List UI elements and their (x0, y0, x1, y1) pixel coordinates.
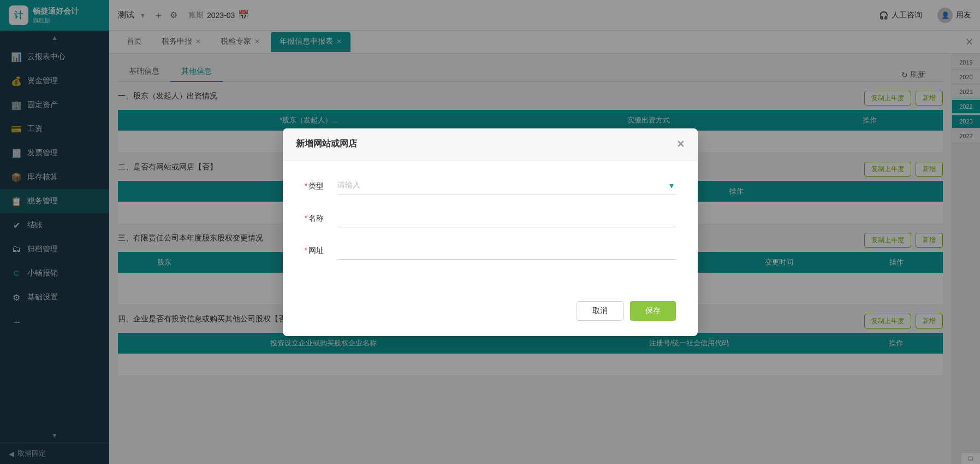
modal-footer: 取消 保存 (283, 292, 698, 336)
modal-add-website: 新增网站或网店 ✕ *类型 ▾ *名称 (283, 128, 698, 336)
dropdown-arrow-icon[interactable]: ▾ (669, 180, 674, 191)
modal-header: 新增网站或网店 ✕ (283, 128, 698, 161)
field-type-input[interactable] (337, 178, 676, 191)
field-type-label: *类型 (305, 181, 337, 191)
field-url-label: *网址 (305, 246, 337, 256)
form-row-url: *网址 (305, 243, 676, 260)
modal-title: 新增网站或网店 (296, 138, 357, 150)
field-name-input-wrap (337, 210, 676, 227)
cancel-button[interactable]: 取消 (577, 301, 623, 321)
modal-body: *类型 ▾ *名称 *网址 (283, 161, 698, 292)
required-mark3: * (305, 246, 307, 255)
field-name-input[interactable] (337, 210, 676, 224)
required-mark: * (305, 181, 307, 190)
field-type-input-wrap: ▾ (337, 178, 676, 195)
modal-close-button[interactable]: ✕ (676, 138, 685, 150)
field-url-input-wrap (337, 243, 676, 260)
form-row-type: *类型 ▾ (305, 178, 676, 195)
form-row-name: *名称 (305, 210, 676, 227)
required-mark2: * (305, 214, 307, 222)
save-button[interactable]: 保存 (630, 301, 676, 321)
field-name-label: *名称 (305, 214, 337, 224)
modal-overlay[interactable]: 新增网站或网店 ✕ *类型 ▾ *名称 (0, 0, 980, 464)
field-url-input[interactable] (337, 243, 676, 256)
